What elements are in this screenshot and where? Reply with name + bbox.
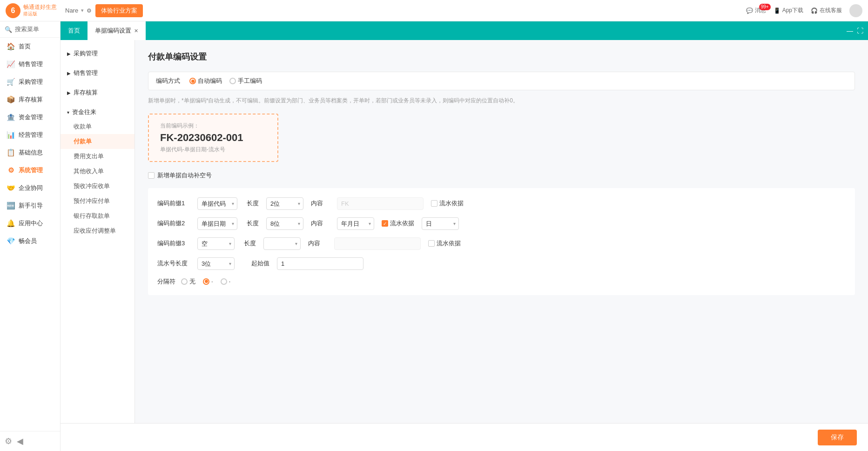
prefix1-select[interactable]: 单据代码 [197,197,237,210]
chevron-right-icon: ▶ [67,51,71,56]
serial1-check-icon[interactable] [431,200,437,207]
sidebar-item-home[interactable]: 🏠 首页 [0,38,60,55]
prefix1-select-wrapper: 单据代码 [197,197,237,210]
sidebar-item-sales[interactable]: 📈 销售管理 [0,55,60,73]
sep-dash-radio[interactable] [203,278,209,285]
nav-chevron-icon[interactable]: ▾ [81,7,84,13]
serial2-label: 流水依据 [390,219,414,228]
sidebar-item-purchase[interactable]: 🛒 采购管理 [0,73,60,91]
logo-sub: 搭运版 [23,11,57,17]
gear-icon[interactable]: ⚙ [87,7,92,14]
sidebar-item-operations[interactable]: 📊 经营管理 [0,126,60,144]
tab-code-setting[interactable]: 单据编码设置 ✕ [87,21,146,40]
separator-label: 分隔符 [157,277,175,286]
sub-group-sales-title[interactable]: ▶ 销售管理 [61,66,135,80]
prefix2-select[interactable]: 单据日期 [197,217,237,230]
serial-length-select[interactable]: 3位 [197,257,235,270]
length2-select[interactable]: 8位 [266,217,303,230]
content2-select[interactable]: 年月日 [337,217,374,230]
collapse-icon[interactable]: ◀ [17,436,23,446]
sidebar-item-inventory[interactable]: 📦 库存核算 [0,91,60,108]
serial-length-label: 流水号长度 [157,259,190,268]
info-text: 新增单据时，*单据编码*自动生成，不可编辑。前缀设置为部门、业务员等档案类，开单… [148,96,855,106]
tab-home[interactable]: 首页 [61,21,87,40]
sub-item-receipt[interactable]: 收款单 [61,119,135,134]
serial3-checkbox[interactable]: 流水依据 [428,239,461,248]
sep-none-option[interactable]: 无 [181,277,195,286]
sidebar-item-guide[interactable]: 🆕 新手引导 [0,197,60,215]
serial2-check-icon[interactable]: ✓ [382,220,388,227]
content1-input [337,197,424,210]
auto-code-label: 自动编码 [198,77,222,85]
app-download-btn[interactable]: 📱 App下载 [774,7,803,14]
serial2-unit-wrapper: 日 [422,217,459,230]
sub-group-inventory-title[interactable]: ▶ 库存核算 [61,86,135,100]
serial3-check-icon[interactable] [428,240,435,247]
length1-select[interactable]: 2位 [266,197,303,210]
sidebar-item-member[interactable]: 💎 畅会员 [0,232,60,250]
sep-dash-label: · [211,278,213,285]
guide-icon: 🆕 [7,202,15,210]
sidebar-item-appstore[interactable]: 🔔 应用中心 [0,215,60,232]
sidebar-item-basic[interactable]: 📋 基础信息 [0,144,60,162]
sub-item-pre-payable[interactable]: 预付冲应付单 [61,194,135,209]
sidebar-item-finance[interactable]: 🏦 资金管理 [0,108,60,126]
code-preview-desc: 单据代码-单据日期-流水号 [160,146,266,154]
prefix2-label: 编码前缀2 [157,219,190,228]
serial1-checkbox[interactable]: 流水依据 [431,199,464,208]
sep-dot-radio[interactable] [221,278,227,285]
serial2-unit-select[interactable]: 日 [422,217,459,230]
sub-group-purchase-label: 采购管理 [74,49,98,58]
sidebar-search[interactable]: 🔍 搜索菜单 [0,21,60,38]
sep-dash-option[interactable]: · [203,278,213,285]
industry-btn[interactable]: 体验行业方案 [95,4,143,17]
sub-item-pre-receivable[interactable]: 预收冲应收单 [61,179,135,194]
tab-expand-icon[interactable]: ⛶ [857,27,863,34]
start-value-input[interactable] [277,257,363,270]
sub-group-purchase-title[interactable]: ▶ 采购管理 [61,47,135,61]
auto-fill-checkbox[interactable] [148,172,155,179]
sub-group-finance-label: 资金往来 [72,108,96,116]
tab-minimize-icon[interactable]: — [847,27,853,34]
serial2-checkbox[interactable]: ✓ 流水依据 [382,219,414,228]
sub-group-finance-title[interactable]: ▾ 资金往来 [61,105,135,119]
main-layout: 🔍 搜索菜单 🏠 首页 📈 销售管理 🛒 采购管理 📦 库存核算 🏦 资金管理 … [0,21,868,451]
length2-select-wrapper: 8位 [266,217,303,230]
serial-length-select-wrapper: 3位 [197,257,235,270]
sep-none-radio[interactable] [181,278,188,285]
auto-code-radio[interactable] [189,78,196,84]
settings-icon[interactable]: ⚙ [5,436,12,446]
save-button[interactable]: 保存 [818,430,857,445]
sub-item-payment[interactable]: 付款单 [61,134,135,149]
sub-group-inventory: ▶ 库存核算 [61,83,135,102]
sub-item-bank[interactable]: 银行存取款单 [61,209,135,223]
tab-close-icon[interactable]: ✕ [134,28,138,34]
sub-item-other-income[interactable]: 其他收入单 [61,164,135,179]
auto-code-option[interactable]: 自动编码 [189,77,222,85]
length2-label: 长度 [247,219,259,228]
sub-item-expense[interactable]: 费用支出单 [61,149,135,164]
app-logo: 6 畅通道好生意 搭运版 [6,3,57,18]
sub-group-sales-label: 销售管理 [74,69,98,77]
online-service-btn[interactable]: 🎧 在线客服 [811,7,842,14]
code-method-bar: 编码方式 自动编码 手工编码 [148,72,855,90]
sidebar-item-system[interactable]: ⚙ 系统管理 [0,162,60,179]
content-wrapper: ▶ 采购管理 ▶ 销售管理 ▶ 库存核算 [61,40,868,423]
content3-label: 内容 [308,239,327,248]
sep-dot-option[interactable]: · [221,278,231,285]
user-avatar[interactable] [849,4,862,17]
sidebar-home-label: 首页 [19,42,31,51]
auto-fill-label: 新增单据自动补空号 [157,171,212,180]
manual-code-radio[interactable] [229,78,236,84]
sub-item-adjust[interactable]: 应收应付调整单 [61,223,135,238]
message-btn[interactable]: 💬 消息 99+ [746,7,766,14]
prefix3-select[interactable]: 空 [197,237,235,250]
sidebar-item-enterprise[interactable]: 🤝 企业协同 [0,179,60,197]
sidebar-purchase-label: 采购管理 [19,78,43,86]
form-section: 编码前缀1 单据代码 长度 2位 内容 [148,188,855,295]
prefix1-label: 编码前缀1 [157,199,190,208]
prefix3-select-wrapper: 空 [197,237,235,250]
enterprise-icon: 🤝 [7,184,15,192]
length3-select[interactable] [263,237,301,250]
manual-code-option[interactable]: 手工编码 [229,77,262,85]
